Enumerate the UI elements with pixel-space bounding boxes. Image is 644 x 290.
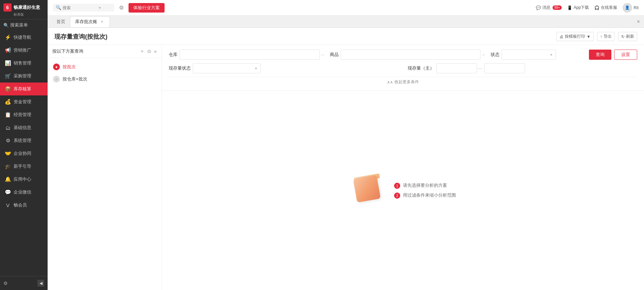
add-scheme-btn[interactable]: ＋ — [140, 48, 145, 54]
sidebar-item-vip[interactable]: V 畅会员 — [0, 199, 48, 212]
sidebar-item-finance[interactable]: 💰 资金管理 — [0, 95, 48, 108]
sidebar-item-guide[interactable]: 🎓 新手引导 — [0, 160, 48, 173]
box-shape — [353, 175, 380, 202]
sidebar-item-label: 经营管理 — [14, 112, 31, 118]
empty-illustration — [350, 174, 384, 207]
sidebar-collapse-btn[interactable]: ◀ — [37, 280, 44, 287]
app-name: 畅康通好生意 — [14, 4, 40, 11]
sidebar-item-label: 系统管理 — [14, 138, 31, 144]
left-panel-icons: ＋ ⊙ « — [140, 48, 157, 54]
messages-item[interactable]: 💬 消息 99+ — [536, 5, 562, 11]
user-label: Rit — [633, 5, 639, 10]
topbar-search-area[interactable]: 🔍 ▼ — [53, 4, 114, 12]
online-service-label: 在线客服 — [601, 5, 617, 11]
logo-row: 6 畅康通好生意 — [3, 3, 44, 12]
sidebar-item-operation[interactable]: 📋 经营管理 — [0, 108, 48, 121]
filter-actions: 查询 设置 — [589, 50, 637, 60]
sidebar-item-apps[interactable]: 🔔 应用中心 — [0, 173, 48, 186]
product-input[interactable] — [341, 50, 481, 60]
topbar-gear-icon[interactable]: ⚙ — [119, 4, 124, 11]
export-btn[interactable]: ↑ 导出 — [597, 32, 615, 41]
tip-num-1: 1 — [394, 183, 400, 189]
empty-tip-1: 1 请先选择要分析的方案 — [394, 182, 456, 189]
sidebar-item-system[interactable]: ⚙ 系统管理 — [0, 134, 48, 147]
sidebar-item-label: 快捷导航 — [14, 34, 31, 40]
refresh-label: 刷新 — [626, 34, 634, 39]
app-download-label: App下载 — [574, 5, 589, 11]
search-menu-item[interactable]: 🔍 搜索菜单 — [0, 19, 48, 31]
app-download-item[interactable]: 📱 App下载 — [567, 5, 589, 11]
sidebar-item-purchase[interactable]: 🛒 采购管理 — [0, 70, 48, 83]
collapse-more-btn[interactable]: ∧∧ 收起更多条件 — [169, 77, 637, 87]
sidebar-item-inventory[interactable]: 📦 库存核算 — [0, 83, 48, 95]
stock-status-field: 现存量状态 ▼ — [169, 63, 398, 73]
status-label: 状态 — [491, 52, 499, 58]
sidebar-item-marketing[interactable]: 📢 营销推广 — [0, 44, 48, 57]
scheme-settings-btn[interactable]: ⊙ — [147, 49, 151, 54]
app-download-icon: 📱 — [567, 5, 572, 10]
product-more-btn[interactable]: ··· — [480, 52, 487, 58]
tab-home-label: 首页 — [56, 19, 65, 25]
tab-close-btn[interactable]: × — [99, 19, 105, 24]
scheme-collapse-btn[interactable]: « — [154, 49, 157, 54]
sidebar-bottom: ⚙ ◀ — [0, 276, 48, 290]
topbar-right: 💬 消息 99+ 📱 App下载 🎧 在线客服 👤 Rit — [536, 3, 639, 13]
tip-num-2: 2 — [394, 193, 400, 199]
export-label: 导出 — [604, 34, 612, 39]
sidebar-item-wechat[interactable]: 💬 企业微信 — [0, 186, 48, 199]
sidebar-item-basic[interactable]: 🗂 基础信息 — [0, 121, 48, 134]
export-icon: ↑ — [600, 34, 602, 39]
warehouse-input[interactable] — [180, 50, 320, 60]
online-service-item[interactable]: 🎧 在线客服 — [594, 5, 617, 11]
query-btn[interactable]: 查询 — [589, 50, 611, 60]
user-item[interactable]: 👤 Rit — [623, 3, 639, 13]
status-field: 状态 ▼ — [491, 50, 585, 60]
tab-panel-close-btn[interactable]: × — [637, 19, 640, 25]
scheme-icon-gray: ○ — [53, 76, 60, 83]
quick-nav-icon: ⚡ — [5, 34, 11, 40]
filter-area: 仓库 ··· 商品 ··· 状态 — [162, 45, 644, 91]
print-icon: 🖨 — [559, 34, 563, 39]
sales-icon: 📊 — [5, 60, 11, 66]
product-label: 商品 — [330, 52, 339, 58]
trial-btn[interactable]: 体验行业方案 — [129, 3, 165, 13]
page-header: 现存量查询(按批次) 🖨 按模板打印 ▼ ↑ 导出 ↻ 刷新 — [48, 28, 644, 45]
status-select[interactable]: ▼ — [502, 50, 556, 60]
settings-btn[interactable]: 设置 — [614, 50, 637, 60]
sidebar-item-enterprise[interactable]: 🤝 企业协同 — [0, 147, 48, 160]
page-title: 现存量查询(按批次) — [54, 33, 107, 41]
stock-status-select[interactable]: ▼ — [193, 63, 261, 73]
tab-inventory-batch-label: 库存批次账 — [75, 19, 97, 25]
messages-badge: 99+ — [553, 5, 562, 10]
scheme-list: ● 按批次 ○ 按仓库+批次 — [48, 58, 162, 88]
stock-amount-max-input[interactable] — [484, 63, 525, 73]
tab-home[interactable]: 首页 — [52, 17, 70, 27]
stock-amount-label: 现存量（主） — [408, 65, 434, 71]
wechat-icon: 💬 — [5, 189, 11, 195]
print-dropdown-icon[interactable]: ▼ — [587, 34, 591, 39]
stock-amount-min-input[interactable] — [436, 63, 477, 73]
logo-icon: 6 — [3, 3, 12, 12]
topbar-search-input[interactable] — [63, 5, 97, 10]
sidebar-item-quick-nav[interactable]: ⚡ 快捷导航 — [0, 31, 48, 44]
sidebar-item-label: 应用中心 — [14, 176, 31, 182]
sidebar-header: 6 畅康通好生意 标准版 — [0, 0, 48, 19]
topbar-dropdown-icon[interactable]: ▼ — [98, 6, 102, 10]
print-template-btn[interactable]: 🖨 按模板打印 ▼ — [556, 32, 594, 41]
refresh-btn[interactable]: ↻ 刷新 — [618, 32, 637, 41]
headset-icon: 🎧 — [594, 5, 599, 10]
sidebar-item-label: 营销推广 — [14, 47, 31, 53]
sidebar-item-label: 库存核算 — [14, 86, 31, 92]
operation-icon: 📋 — [5, 112, 11, 118]
sidebar-item-label: 企业微信 — [14, 189, 31, 195]
sidebar-settings-btn[interactable]: ⚙ — [3, 280, 8, 286]
page-header-actions: 🖨 按模板打印 ▼ ↑ 导出 ↻ 刷新 — [556, 32, 637, 41]
tab-inventory-batch[interactable]: 库存批次账 × — [70, 16, 110, 27]
system-icon: ⚙ — [5, 138, 11, 144]
scheme-item-by-batch[interactable]: ● 按批次 — [48, 61, 162, 73]
topbar: 🔍 ▼ ⚙ 体验行业方案 💬 消息 99+ 📱 App下载 🎧 在线客服 👤 — [48, 0, 644, 16]
sidebar-item-sales[interactable]: 📊 销售管理 — [0, 57, 48, 70]
warehouse-more-btn[interactable]: ··· — [320, 52, 326, 58]
scheme-item-by-warehouse-batch[interactable]: ○ 按仓库+批次 — [48, 73, 162, 85]
collapse-btn-label: 收起更多条件 — [394, 79, 419, 85]
